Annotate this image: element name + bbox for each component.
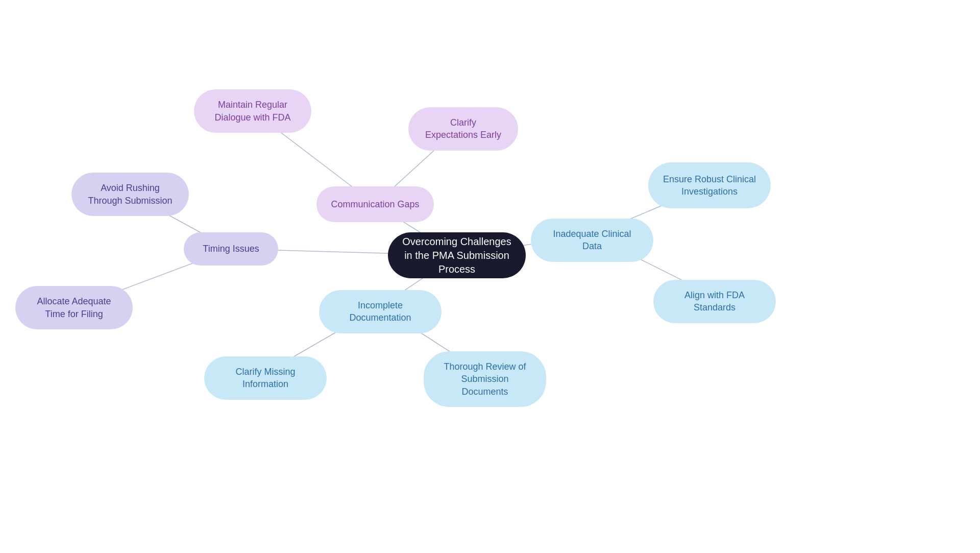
node-thorough-review: Thorough Review of Submission Documents	[424, 351, 546, 407]
node-align-fda: Align with FDA Standards	[653, 280, 776, 323]
center-node: Overcoming Challenges in the PMA Submiss…	[388, 232, 526, 278]
mind-map-container: Overcoming Challenges in the PMA Submiss…	[0, 0, 980, 553]
node-timing-issues: Timing Issues	[184, 232, 278, 266]
node-maintain-dialogue: Maintain Regular Dialogue with FDA	[194, 89, 311, 133]
node-incomplete-docs: Incomplete Documentation	[319, 290, 442, 333]
node-allocate-time: Allocate Adequate Time for Filing	[15, 286, 133, 329]
node-communication-gaps: Communication Gaps	[316, 186, 434, 222]
node-inadequate-clinical: Inadequate Clinical Data	[531, 219, 653, 262]
node-avoid-rushing: Avoid Rushing Through Submission	[71, 173, 189, 216]
node-clarify-expectations: Clarify Expectations Early	[408, 107, 518, 151]
node-ensure-robust: Ensure Robust Clinical Investigations	[648, 162, 771, 208]
node-clarify-missing: Clarify Missing Information	[204, 356, 327, 400]
